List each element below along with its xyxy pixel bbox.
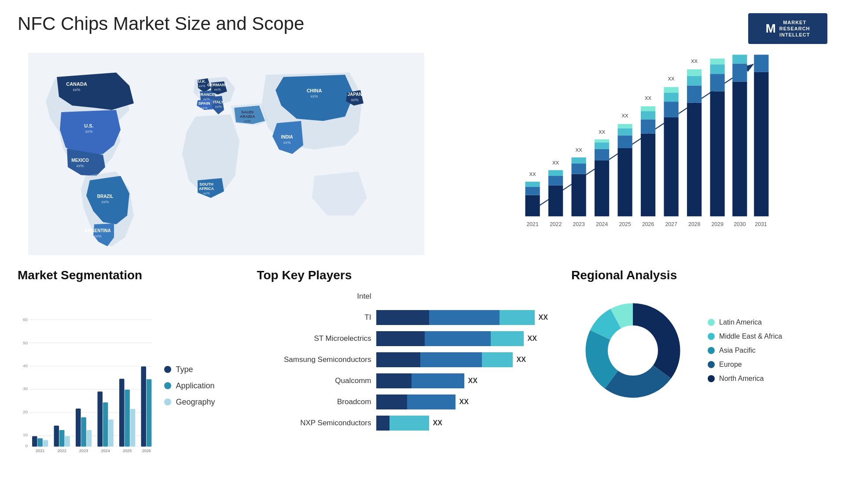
svg-rect-47 xyxy=(572,157,586,164)
legend-geography-label: Geography xyxy=(176,398,215,407)
player-qualcomm: Qualcomm XX xyxy=(257,373,558,388)
regional-legend: Latin America Middle East & Africa Asia … xyxy=(708,318,782,383)
donut-chart-svg xyxy=(571,289,694,412)
svg-text:2029: 2029 xyxy=(712,221,724,227)
svg-rect-74 xyxy=(687,103,702,216)
player-broadcom-name: Broadcom xyxy=(257,398,371,406)
svg-rect-64 xyxy=(641,111,655,119)
svg-text:xx%: xx% xyxy=(215,105,221,109)
svg-rect-63 xyxy=(641,119,655,133)
player-st-name: ST Microelectrics xyxy=(257,334,371,343)
player-samsung-name: Samsung Semiconductors xyxy=(257,355,371,364)
bar-seg1 xyxy=(376,416,389,431)
legend-europe: Europe xyxy=(708,361,782,369)
svg-rect-37 xyxy=(525,182,540,186)
svg-text:XX: XX xyxy=(552,160,559,165)
player-st-bar xyxy=(376,331,524,346)
svg-rect-65 xyxy=(641,106,655,111)
svg-text:2025: 2025 xyxy=(619,221,631,227)
player-nxp-bar-container: XX xyxy=(376,416,558,431)
label-mea: Middle East & Africa xyxy=(719,332,782,340)
bar-seg1 xyxy=(376,373,411,388)
player-broadcom: Broadcom XX xyxy=(257,394,558,409)
bar-seg2 xyxy=(429,310,500,325)
players-list: Intel TI XX xyxy=(257,289,558,431)
bottom-row: Market Segmentation 60 50 40 30 20 10 0 xyxy=(18,268,827,504)
svg-text:XX: XX xyxy=(529,172,536,177)
player-broadcom-xx: XX xyxy=(459,398,468,406)
page-title: NFC Chips Market Size and Scope xyxy=(18,13,304,34)
player-samsung-bar-container: XX xyxy=(376,352,558,367)
svg-text:2026: 2026 xyxy=(642,221,654,227)
svg-text:20: 20 xyxy=(23,409,28,414)
svg-text:0: 0 xyxy=(26,443,28,448)
dot-north-america xyxy=(708,375,715,382)
svg-text:GERMANY: GERMANY xyxy=(207,83,228,87)
svg-text:2024: 2024 xyxy=(596,221,608,227)
svg-rect-59 xyxy=(618,124,632,128)
label-asia-pacific: Asia Pacific xyxy=(719,347,756,354)
svg-rect-118 xyxy=(81,417,86,447)
player-st-xx: XX xyxy=(527,335,536,343)
player-samsung-xx: XX xyxy=(516,356,525,364)
svg-text:xx%: xx% xyxy=(203,191,209,195)
svg-text:INDIA: INDIA xyxy=(281,135,293,139)
label-north-america: North America xyxy=(719,375,764,383)
svg-text:xx%: xx% xyxy=(201,106,207,110)
svg-rect-58 xyxy=(618,128,632,136)
logo: M MARKET RESEARCH INTELLECT xyxy=(748,13,827,44)
player-ti-name: TI xyxy=(257,313,371,322)
svg-rect-53 xyxy=(595,139,609,142)
svg-rect-77 xyxy=(687,69,702,76)
svg-rect-45 xyxy=(572,174,586,216)
logo-line2: RESEARCH xyxy=(779,26,810,32)
svg-text:2030: 2030 xyxy=(734,221,746,227)
svg-rect-68 xyxy=(664,117,679,216)
svg-text:MEXICO: MEXICO xyxy=(71,158,89,163)
bar-seg2 xyxy=(407,394,456,409)
svg-text:2025: 2025 xyxy=(123,449,132,453)
svg-rect-93 xyxy=(754,55,768,72)
player-samsung: Samsung Semiconductors XX xyxy=(257,352,558,367)
svg-rect-75 xyxy=(687,85,702,102)
player-nxp-bar xyxy=(376,416,429,431)
svg-text:xx%: xx% xyxy=(311,94,318,99)
svg-text:40: 40 xyxy=(23,363,28,368)
player-ti-bar-container: XX xyxy=(376,310,558,325)
label-europe: Europe xyxy=(719,361,742,369)
svg-rect-109 xyxy=(32,436,37,447)
world-map-section: CANADA xx% U.S. xx% MEXICO xx% BRAZIL xx… xyxy=(18,53,435,255)
svg-text:BRAZIL: BRAZIL xyxy=(97,194,114,199)
players-title: Top Key Players xyxy=(257,268,558,282)
svg-text:xx%: xx% xyxy=(94,234,102,238)
segmentation-section: Market Segmentation 60 50 40 30 20 10 0 xyxy=(18,268,243,504)
world-map-svg: CANADA xx% U.S. xx% MEXICO xx% BRAZIL xx… xyxy=(18,53,435,255)
svg-text:CANADA: CANADA xyxy=(66,81,87,87)
player-qualcomm-name: Qualcomm xyxy=(257,376,371,385)
logo-line3: INTELLECT xyxy=(779,32,810,38)
svg-text:2026: 2026 xyxy=(142,449,151,453)
svg-rect-52 xyxy=(595,142,609,149)
player-intel: Intel xyxy=(257,289,558,304)
svg-rect-50 xyxy=(595,161,609,216)
svg-rect-92 xyxy=(754,72,768,216)
svg-text:2027: 2027 xyxy=(665,221,677,227)
svg-rect-51 xyxy=(595,149,609,161)
svg-text:XX: XX xyxy=(668,76,675,81)
player-broadcom-bar xyxy=(376,394,456,409)
svg-text:AFRICA: AFRICA xyxy=(199,186,214,191)
svg-rect-41 xyxy=(548,176,563,186)
svg-rect-83 xyxy=(710,64,725,74)
svg-text:30: 30 xyxy=(23,386,28,391)
svg-text:2031: 2031 xyxy=(755,221,767,227)
svg-text:2028: 2028 xyxy=(688,221,700,227)
svg-text:FRANCE: FRANCE xyxy=(198,92,215,97)
svg-rect-89 xyxy=(732,55,747,63)
svg-rect-110 xyxy=(37,438,43,447)
svg-text:xx%: xx% xyxy=(351,98,359,102)
growth-bar-chart: XX 2021 XX 2022 XX 2023 XX xyxy=(448,53,827,237)
player-nxp-xx: XX xyxy=(433,419,442,427)
legend-type-dot xyxy=(164,366,171,373)
svg-rect-76 xyxy=(687,76,702,86)
page-container: NFC Chips Market Size and Scope M MARKET… xyxy=(0,0,845,504)
